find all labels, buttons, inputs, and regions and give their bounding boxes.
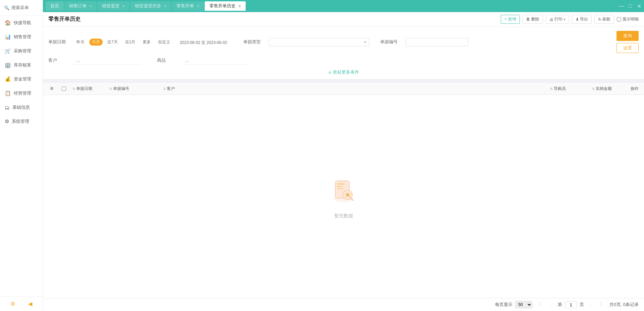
th-operation: 操作 [614,86,641,92]
sidebar-search[interactable]: 🔍 搜索采单 [0,0,43,16]
close-icon[interactable]: ✕ [238,4,241,8]
sort-icon[interactable]: ⇅ [550,87,553,91]
sidebar-item-quick-nav[interactable]: 🏠 快捷导航 [0,16,43,30]
sidebar-item-finance[interactable]: 💰 资金管理 [0,72,43,86]
tab-retail-open-history[interactable]: 零售开单历史 ✕ [205,1,246,11]
page-label-pre: 第 [558,302,562,308]
settings-button[interactable]: 设置 [616,43,639,53]
customer-label: 客户 [48,57,68,63]
sidebar-item-sales-mgmt[interactable]: 📊 销售管理 [0,30,43,44]
chart-icon: 📊 [5,34,11,40]
chevron-up-icon: ∧ [328,70,332,75]
tab-retail-open[interactable]: 零售开单 ✕ [172,1,204,11]
export-button[interactable]: ⬇ 导出 [572,15,592,24]
select-all-checkbox[interactable] [62,87,66,91]
close-icon[interactable]: ✕ [89,4,92,8]
sort-icon[interactable]: ⇅ [72,87,75,91]
page-input[interactable] [565,301,577,308]
first-page-btn[interactable]: 《 [535,301,544,308]
order-no-input[interactable] [406,38,468,46]
product-label: 商品 [157,57,177,63]
th-settings[interactable]: ⚙ [46,86,58,91]
sidebar-item-label: 资金管理 [14,76,31,82]
product-input[interactable] [183,56,250,64]
sort-icon[interactable]: ⇅ [109,87,112,91]
query-button[interactable]: 查询 [616,31,639,41]
sort-icon[interactable]: ⇅ [592,87,595,91]
total-label: 共0页, 0条记录 [609,302,639,308]
customer-input[interactable] [74,56,141,64]
order-no-label: 单据编号 [380,39,400,45]
footer-settings-btn[interactable]: ⚙ [10,301,15,307]
settings-icon: ⚙ [5,118,9,124]
svg-rect-3 [337,186,342,187]
sidebar-item-purchase-mgmt[interactable]: 🛒 采购管理 [0,44,43,58]
display-detail-label: 显示明细 [623,16,639,22]
window-max-btn[interactable]: □ [628,4,633,8]
collapse-filter-btn[interactable]: ∧ 收起更多条件 [48,68,639,76]
sort-icon[interactable]: ⇅ [163,87,166,91]
svg-rect-2 [337,184,344,185]
order-type-select[interactable]: ▾ [269,38,369,46]
tab-sales-return[interactable]: 销货退货 ✕ [97,1,130,11]
refresh-button[interactable]: ↻ 刷新 [594,15,614,24]
date-btn-7days[interactable]: 近7天 [105,39,120,46]
sidebar-footer: ⚙ ◀ [0,296,43,311]
th-customer: ⇅ 客户 [160,86,547,92]
tab-sales-order-label: 销售订单 [69,3,87,9]
th-order-no: ⇅ 单据编号 [107,86,160,92]
table-header: ⚙ ⇅ 单据日期 ⇅ 单据编号 ⇅ 客户 ⇅ 导购员 ⇅ [43,82,644,95]
basic-icon: 🗂 [5,105,10,110]
close-icon[interactable]: ✕ [197,4,199,8]
filter-area: 单据日期 昨天 今天 近7天 近1月 更多 自定义 2023-06-02 至 2… [43,27,644,80]
empty-icon [327,174,360,208]
sidebar-item-sys-mgmt[interactable]: ⚙ 系统管理 [0,114,43,128]
tab-sales-order[interactable]: 销售订单 ✕ [64,1,97,11]
query-settings-group: 查询 设置 [616,31,639,53]
last-page-btn[interactable]: 》 [598,301,607,308]
search-icon: 🔍 [4,5,9,10]
sidebar-item-basic-info[interactable]: 🗂 基础信息 [0,100,43,114]
sidebar-item-inventory[interactable]: 🏢 库存核算 [0,58,43,72]
close-icon[interactable]: ✕ [164,4,166,8]
prev-page-btn[interactable]: 〈 [546,301,555,308]
th-amount: ⇅ 实销金额 [581,86,614,92]
page-size-label: 每页显示 [495,302,512,308]
date-btn-more[interactable]: 更多 [140,39,153,46]
footer-collapse-btn[interactable]: ◀ [28,301,32,307]
order-type-label: 单据类型 [243,39,263,45]
display-detail-toggle[interactable]: 显示明细 [617,16,639,22]
cart-icon: 🛒 [5,48,11,54]
date-btn-1month[interactable]: 近1月 [122,39,138,46]
tab-bar: 首页 销售订单 ✕ 销货退货 ✕ 销货退货历史 ✕ 零售开单 ✕ 零售开单历史 … [43,0,644,12]
svg-rect-4 [337,188,344,189]
close-icon[interactable]: ✕ [122,4,125,8]
operations-icon: 📋 [5,90,11,96]
tab-home[interactable]: 首页 [46,1,64,11]
date-btn-today[interactable]: 今天 [89,39,103,46]
date-label: 单据日期 [48,39,68,45]
pagination: 每页显示 50 10 20 100 《 〈 第 页 〉 》 共0页, 0条记录 [43,298,644,311]
tab-retail-open-history-label: 零售开单历史 [209,3,236,9]
sidebar-item-operations[interactable]: 📋 经营管理 [0,86,43,100]
window-close-btn[interactable]: ✕ [637,4,641,8]
th-checkbox[interactable] [58,87,70,91]
th-date: ⇅ 单据日期 [70,86,107,92]
date-btn-custom[interactable]: 自定义 [155,39,173,46]
delete-button[interactable]: 🗑 删除 [523,15,543,24]
display-detail-checkbox[interactable] [617,17,621,21]
warehouse-icon: 🏢 [5,62,11,68]
next-page-btn[interactable]: 〉 [587,301,595,308]
date-shortcuts: 昨天 今天 近7天 近1月 更多 自定义 [74,39,173,46]
tab-sales-return-history[interactable]: 销货退货历史 ✕ [130,1,171,11]
window-min-btn[interactable]: — [619,4,624,8]
refresh-icon: ↻ [598,17,601,22]
tab-sales-return-history-label: 销货退货历史 [135,3,161,9]
new-button[interactable]: + 新增 [501,15,519,24]
print-button[interactable]: 🖨 🖨 打印 打印 ▾ [546,15,569,24]
sidebar: 🔍 搜索采单 🏠 快捷导航 📊 销售管理 🛒 采购管理 🏢 库存核算 💰 资金管… [0,0,43,311]
column-settings-icon[interactable]: ⚙ [50,86,54,91]
date-btn-yesterday[interactable]: 昨天 [74,39,87,46]
page-size-select[interactable]: 50 10 20 100 [515,301,532,308]
page-title: 零售开单历史 [48,16,81,23]
